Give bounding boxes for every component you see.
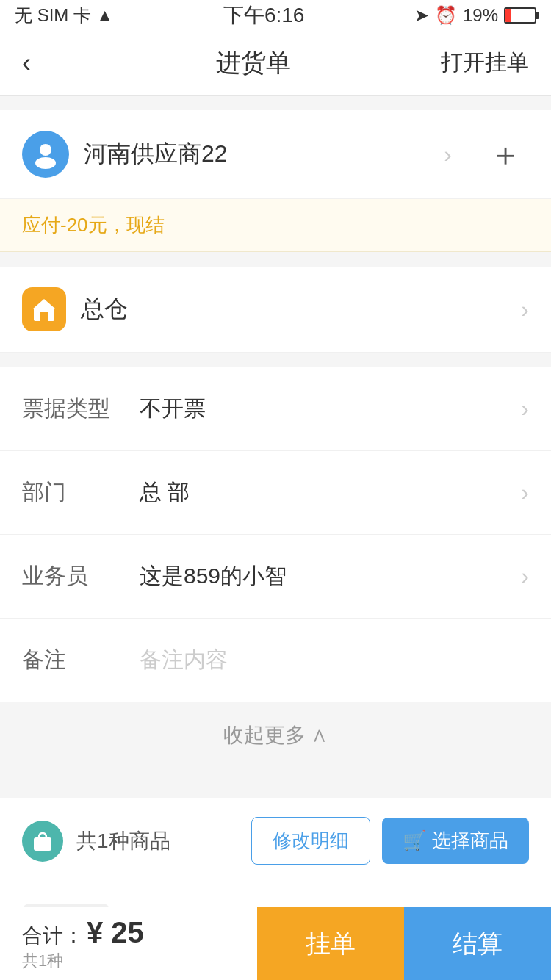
invoice-type-row[interactable]: 票据类型 不开票 ›: [0, 367, 551, 451]
supplier-chevron-icon: ›: [444, 141, 452, 168]
warehouse-name: 总仓: [81, 293, 521, 325]
settle-button[interactable]: 结算: [404, 907, 551, 981]
status-right: ➤ ⏰ 19%: [414, 5, 536, 26]
open-hold-button[interactable]: 打开挂单: [441, 48, 529, 78]
location-icon: ➤: [414, 5, 429, 26]
select-product-button[interactable]: 🛒 选择商品: [382, 818, 529, 864]
warehouse-row[interactable]: 总仓 ›: [0, 267, 551, 353]
department-row[interactable]: 部门 总 部 ›: [0, 451, 551, 535]
department-value: 总 部: [140, 478, 521, 508]
svg-rect-4: [40, 312, 48, 321]
total-label: 合计：: [22, 922, 84, 950]
supplier-avatar: [22, 131, 69, 178]
select-product-label: 选择商品: [432, 828, 508, 854]
hold-button[interactable]: 挂单: [257, 907, 404, 981]
info-banner: 应付-20元，现结: [0, 199, 551, 252]
supplier-avatar-icon: [31, 140, 60, 169]
gap-2: [0, 768, 551, 783]
supplier-name: 河南供应商22: [84, 138, 444, 170]
collapse-button[interactable]: 收起更多 ∧: [0, 702, 551, 768]
battery-icon: [504, 7, 536, 24]
svg-rect-5: [34, 837, 51, 851]
svg-marker-3: [32, 299, 56, 309]
total-count: 共1种: [22, 950, 235, 972]
invoice-type-chevron-icon: ›: [521, 395, 529, 422]
svg-point-0: [40, 144, 51, 156]
warehouse-chevron-icon: ›: [521, 296, 529, 323]
footer-bar: 合计： ¥ 25 共1种 挂单 结算: [0, 907, 551, 980]
footer-total: 合计： ¥ 25 共1种: [0, 916, 257, 972]
back-button[interactable]: ‹: [22, 48, 66, 79]
sim-label: 无 SIM 卡 ▲: [15, 4, 113, 27]
department-label: 部门: [22, 478, 125, 508]
nav-bar: ‹ 进货单 打开挂单: [0, 31, 551, 96]
invoice-type-label: 票据类型: [22, 394, 125, 424]
warehouse-icon-bg: [22, 287, 66, 331]
total-amount: ¥ 25: [87, 916, 144, 949]
shopping-bag-icon: [30, 829, 55, 854]
salesperson-label: 业务员: [22, 561, 125, 591]
supplier-row[interactable]: 河南供应商22 › ＋: [0, 110, 551, 199]
cart-icon: 🛒: [403, 829, 426, 852]
status-bar: 无 SIM 卡 ▲ 下午6:16 ➤ ⏰ 19%: [0, 0, 551, 31]
products-count-label: 共1种商品: [76, 827, 251, 855]
divider-v: [467, 132, 467, 176]
svg-point-1: [35, 157, 56, 169]
add-supplier-button[interactable]: ＋: [482, 133, 529, 176]
gap-1: [0, 96, 551, 110]
invoice-type-value: 不开票: [140, 394, 521, 424]
status-left: 无 SIM 卡 ▲: [15, 4, 113, 27]
detail-section: 票据类型 不开票 › 部门 总 部 › 业务员 这是859的小智 › 备注 备注…: [0, 367, 551, 702]
warehouse-section: 总仓 ›: [0, 267, 551, 353]
salesperson-value: 这是859的小智: [140, 561, 521, 591]
department-chevron-icon: ›: [521, 479, 529, 506]
salesperson-row[interactable]: 业务员 这是859的小智 ›: [0, 535, 551, 619]
page-title: 进货单: [216, 46, 291, 80]
remark-label: 备注: [22, 645, 125, 675]
products-icon-bg: [22, 821, 63, 862]
supplier-section: 河南供应商22 › ＋ 应付-20元，现结: [0, 110, 551, 252]
remark-value: 备注内容: [140, 645, 529, 675]
status-time: 下午6:16: [223, 1, 305, 29]
warehouse-icon: [31, 296, 57, 323]
edit-detail-button[interactable]: 修改明细: [251, 817, 370, 865]
remark-row[interactable]: 备注 备注内容: [0, 619, 551, 702]
salesperson-chevron-icon: ›: [521, 563, 529, 590]
battery-label: 19%: [463, 5, 498, 26]
alarm-icon: ⏰: [435, 5, 457, 26]
products-header: 共1种商品 修改明细 🛒 选择商品: [0, 798, 551, 884]
